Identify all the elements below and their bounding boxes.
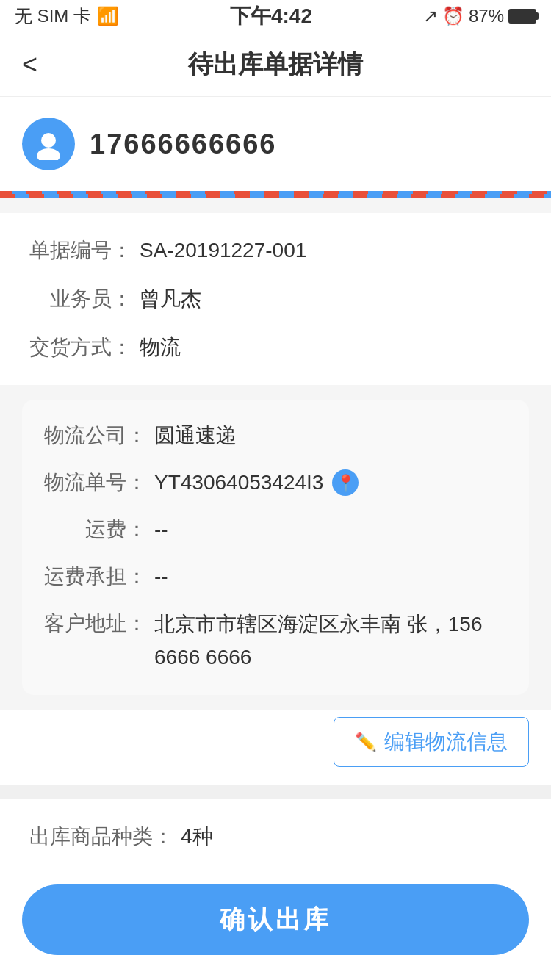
logistics-company-value: 圆通速递 (154, 420, 507, 451)
battery-text: 87% (469, 6, 504, 26)
alarm-icon: ⏰ (442, 6, 464, 26)
delivery-value: 物流 (140, 332, 522, 363)
status-bar: 无 SIM 卡 📶 下午4:42 ↗ ⏰ 87% (0, 0, 551, 32)
address-label: 客户地址： (44, 608, 147, 639)
freight-value: -- (154, 514, 507, 545)
product-type-value: 4种 (181, 821, 213, 852)
battery-icon (508, 9, 536, 24)
freight-pay-value: -- (154, 561, 507, 592)
delivery-label: 交货方式： (29, 332, 132, 363)
edit-btn-row: ✏️ 编辑物流信息 (0, 710, 551, 785)
logistics-tracking-row: 物流单号： YT43064053424I3 📍 (44, 467, 507, 498)
status-right: ↗ ⏰ 87% (423, 6, 536, 26)
user-avatar-icon (32, 128, 65, 160)
freight-pay-label: 运费承担： (44, 561, 147, 592)
order-info-section: 单据编号： SA-20191227-001 业务员： 曾凡杰 交货方式： 物流 (0, 213, 551, 385)
location-status-icon: ↗ (423, 6, 438, 26)
svg-point-0 (41, 133, 56, 148)
bottom-action-area: 确认出库 (0, 870, 551, 980)
customer-header: 17666666666 (0, 97, 551, 194)
address-row: 客户地址： 北京市市辖区海淀区永丰南 张，156 6666 6666 (44, 608, 507, 674)
confirm-outbound-button[interactable]: 确认出库 (22, 884, 529, 955)
product-type-row: 出库商品种类： 4种 (29, 821, 522, 852)
agent-label: 业务员： (29, 284, 132, 314)
agent-value: 曾凡杰 (140, 284, 522, 314)
order-no-row: 单据编号： SA-20191227-001 (29, 235, 522, 266)
logistics-card: 物流公司： 圆通速递 物流单号： YT43064053424I3 📍 运费： -… (22, 400, 529, 695)
edit-icon: ✏️ (355, 732, 377, 752)
product-type-label: 出库商品种类： (29, 821, 173, 852)
wifi-icon: 📶 (97, 6, 119, 26)
logistics-tracking-value: YT43064053424I3 📍 (154, 467, 507, 498)
order-no-label: 单据编号： (29, 235, 132, 266)
edit-btn-label: 编辑物流信息 (384, 728, 508, 756)
nav-bar: < 待出库单据详情 (0, 32, 551, 97)
svg-point-1 (37, 148, 60, 160)
address-value: 北京市市辖区海淀区永丰南 张，156 6666 6666 (154, 608, 507, 674)
logistics-company-label: 物流公司： (44, 420, 147, 451)
agent-row: 业务员： 曾凡杰 (29, 284, 522, 314)
logistics-tracking-label: 物流单号： (44, 467, 147, 498)
status-carrier: 无 SIM 卡 📶 (15, 4, 119, 28)
section-divider (0, 785, 551, 799)
logistics-company-row: 物流公司： 圆通速递 (44, 420, 507, 451)
avatar (22, 118, 75, 170)
map-location-icon[interactable]: 📍 (332, 469, 359, 496)
order-no-value: SA-20191227-001 (140, 235, 522, 266)
page-title: 待出库单据详情 (188, 48, 363, 82)
delivery-row: 交货方式： 物流 (29, 332, 522, 363)
edit-logistics-button[interactable]: ✏️ 编辑物流信息 (334, 717, 529, 767)
status-time: 下午4:42 (230, 2, 312, 30)
freight-pay-row: 运费承担： -- (44, 561, 507, 592)
freight-row: 运费： -- (44, 514, 507, 545)
back-button[interactable]: < (22, 42, 52, 87)
carrier-text: 无 SIM 卡 (15, 4, 91, 28)
freight-label: 运费： (44, 514, 147, 545)
dashed-divider (0, 194, 551, 198)
customer-phone: 17666666666 (90, 129, 276, 160)
